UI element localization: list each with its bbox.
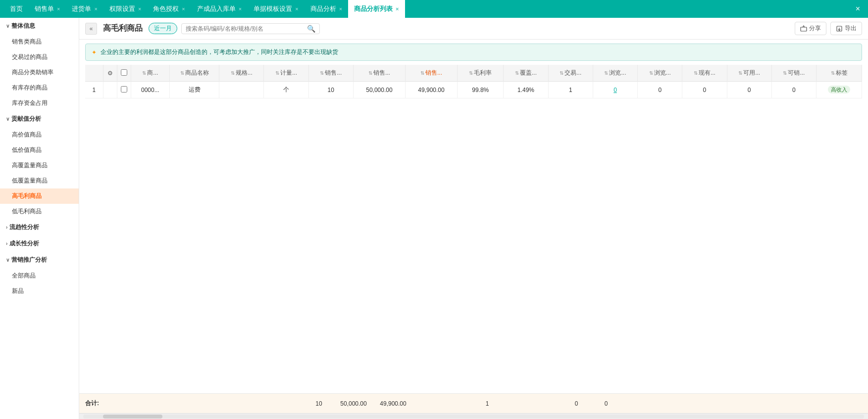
close-icon[interactable]: × [339,6,342,12]
row-checkbox[interactable] [121,86,127,93]
collapse-sidebar-button[interactable]: « [85,23,97,35]
chevron-right-icon: › [6,241,7,246]
export-button[interactable]: 导出 [830,22,862,35]
search-icon[interactable]: 🔍 [307,25,315,33]
col-spec[interactable]: ⇅规格... [219,65,264,82]
cell-checkbox [117,82,131,98]
close-icon[interactable]: × [57,6,60,12]
share-icon [800,25,807,32]
cell-id: 0000... [131,82,170,98]
window-close-button[interactable]: × [852,4,864,13]
close-icon[interactable]: × [396,6,399,12]
col-settings[interactable]: ⚙ [103,65,117,82]
col-view2[interactable]: ⇅浏览... [638,65,682,82]
status-badge: 高收入 [828,86,850,93]
col-view1[interactable]: ⇅浏览... [593,65,637,82]
filter-recent-month-button[interactable]: 近一月 [149,23,177,34]
content-header: « 高毛利商品 近一月 🔍 分享 [79,18,868,40]
sidebar-group-growth[interactable]: › 成长性分析 [0,235,79,252]
page-title: 高毛利商品 [103,23,143,34]
chevron-down-icon: ∨ [6,23,9,29]
content-area: « 高毛利商品 近一月 🔍 分享 [79,18,868,419]
scrollbar-thumb[interactable] [103,415,162,419]
cell-tag: 高收入 [817,82,862,98]
product-table: ⚙ ⇅商... ⇅商品名称 ⇅规格... ⇅计量... ⇅销售... ⇅销售..… [85,65,862,98]
sidebar-group-trend[interactable]: › 流趋性分析 [0,219,79,235]
footer-current-stock: 0 [562,400,591,407]
col-saleable[interactable]: ⇅可销... [771,65,816,82]
sidebar-item-low-coverage[interactable]: 低覆盖量商品 [0,173,79,188]
sidebar-item-stock-fund[interactable]: 库存资金占用 [0,95,79,111]
scrollbar-track [83,415,864,419]
col-name[interactable]: ⇅商品名称 [170,65,219,82]
col-available[interactable]: ⇅可用... [727,65,771,82]
close-icon[interactable]: × [295,6,298,12]
nav-template[interactable]: 单据模板设置 × [248,0,304,18]
nav-sales[interactable]: 销售单 × [29,0,66,18]
search-input[interactable] [186,25,307,32]
footer-sale-amount: 50,000.00 [334,400,373,407]
info-banner: ✦ 企业的主要的利润都是这部分商品创造的，可考虑加大推广，同时关注库存是不要出现… [85,44,862,61]
sidebar-item-high-margin[interactable]: 高毛利商品 [0,188,79,204]
sidebar-item-high-coverage[interactable]: 高覆盖量商品 [0,158,79,173]
sidebar-item-low-value[interactable]: 低价值商品 [0,142,79,158]
cell-sale-qty: 10 [308,82,353,98]
cell-spec [219,82,264,98]
close-icon[interactable]: × [182,6,185,12]
cell-no: 1 [85,82,103,98]
cell-unit: 个 [264,82,308,98]
svg-rect-0 [801,27,807,31]
sidebar-item-traded-goods[interactable]: 交易过的商品 [0,49,79,65]
nav-product-entry[interactable]: 产成品入库单 × [191,0,248,18]
nav-product-analysis[interactable]: 商品分析 × [305,0,348,18]
cell-name: 运费 [170,82,219,98]
view1-link[interactable]: 0 [613,87,617,93]
nav-permission[interactable]: 权限设置 × [103,0,147,18]
cell-view1[interactable]: 0 [593,82,637,98]
sidebar-item-category-rate[interactable]: 商品分类助销率 [0,65,79,80]
sidebar-group-overall[interactable]: ∨ 整体信息 [0,18,79,34]
main-layout: ∨ 整体信息 销售类商品 交易过的商品 商品分类助销率 有库存的商品 库存资金占… [0,18,868,419]
cell-coverage: 1.49% [504,82,548,98]
sidebar-item-new-goods[interactable]: 新品 [0,283,79,299]
col-tag[interactable]: ⇅标签 [817,65,862,82]
col-gross-margin[interactable]: ⇅毛利率 [458,65,504,82]
sidebar-group-contribution[interactable]: ∨ 贡献值分析 [0,111,79,127]
chevron-down-icon: ∨ [6,116,9,122]
sidebar-group-marketing[interactable]: ∨ 营销推广分析 [0,252,79,268]
nav-purchase[interactable]: 进货单 × [66,0,103,18]
total-label: 合计: [85,399,125,408]
close-icon[interactable]: × [239,6,242,12]
sidebar-item-stocked-goods[interactable]: 有库存的商品 [0,80,79,95]
select-all-checkbox[interactable] [121,69,127,76]
sidebar-item-high-value[interactable]: 高价值商品 [0,127,79,142]
col-coverage[interactable]: ⇅覆盖... [504,65,548,82]
cell-gross-margin: 99.8% [458,82,504,98]
col-sale-amount[interactable]: ⇅销售... [353,65,405,82]
table-header-row: ⚙ ⇅商... ⇅商品名称 ⇅规格... ⇅计量... ⇅销售... ⇅销售..… [85,65,862,82]
col-unit[interactable]: ⇅计量... [264,65,308,82]
col-trade-count[interactable]: ⇅交易... [548,65,593,82]
footer-trade-count: 1 [472,400,502,407]
sidebar-item-sales-goods[interactable]: 销售类商品 [0,34,79,49]
nav-product-analysis-list[interactable]: 商品分析列表 × [348,0,405,18]
col-id[interactable]: ⇅商... [131,65,170,82]
col-no [85,65,103,82]
close-icon[interactable]: × [94,6,97,12]
nav-role[interactable]: 角色授权 × [147,0,191,18]
chevron-down-icon: ∨ [6,257,9,263]
col-current-stock[interactable]: ⇅现有... [682,65,727,82]
horizontal-scrollbar[interactable] [79,413,868,419]
col-sale-qty[interactable]: ⇅销售... [308,65,353,82]
info-icon: ✦ [92,49,97,56]
top-navigation: 首页 销售单 × 进货单 × 权限设置 × 角色授权 × 产成品入库单 × 单据… [0,0,868,18]
share-button[interactable]: 分享 [795,22,826,35]
col-checkbox [117,65,131,82]
nav-home[interactable]: 首页 [4,0,29,18]
sidebar-item-low-margin[interactable]: 低毛利商品 [0,204,79,219]
col-sale-profit[interactable]: ⇅销售... [405,65,457,82]
close-icon[interactable]: × [138,6,141,12]
cell-sale-profit: 49,900.00 [405,82,457,98]
sidebar-item-all-goods[interactable]: 全部商品 [0,268,79,283]
sidebar: ∨ 整体信息 销售类商品 交易过的商品 商品分类助销率 有库存的商品 库存资金占… [0,18,79,419]
